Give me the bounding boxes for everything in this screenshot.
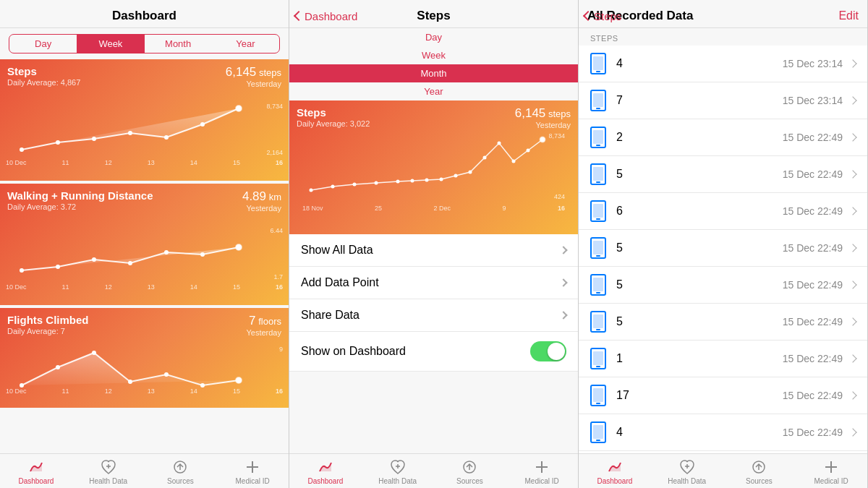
svg-point-11 bbox=[92, 257, 96, 262]
steps-card: Steps Daily Average: 4,867 6,145 steps Y… bbox=[0, 59, 289, 181]
p3-tab-health[interactable]: Health Data bbox=[651, 458, 723, 485]
data-row-2[interactable]: 2 15 Dec 22:49 bbox=[579, 119, 867, 156]
walking-x3: 13 bbox=[148, 283, 155, 291]
add-data-point-item[interactable]: Add Data Point bbox=[289, 267, 578, 299]
tab-sources[interactable]: Sources bbox=[145, 458, 217, 485]
back-steps-label: Steps bbox=[594, 10, 621, 22]
show-dashboard-label: Show on Dashboard bbox=[301, 345, 406, 358]
phone-icon-3 bbox=[590, 163, 606, 185]
svg-point-6 bbox=[200, 122, 205, 127]
steps2-x1: 25 bbox=[375, 205, 382, 212]
data-row-10[interactable]: 4 15 Dec 22:49 bbox=[579, 414, 867, 451]
steps-x6: 16 bbox=[276, 159, 283, 166]
tab-health-data[interactable]: Health Data bbox=[72, 458, 145, 485]
svg-point-21 bbox=[164, 372, 169, 377]
steps-x2: 12 bbox=[105, 159, 112, 166]
svg-point-20 bbox=[128, 380, 132, 384]
flights-title: Flights Climbed bbox=[7, 314, 89, 326]
tab-sources-label: Sources bbox=[167, 477, 194, 485]
back-to-steps[interactable]: Steps bbox=[584, 10, 621, 22]
svg-point-19 bbox=[92, 351, 96, 355]
data-val-4: 6 bbox=[616, 205, 783, 218]
p3-tab-dashboard[interactable]: Dashboard bbox=[579, 458, 651, 485]
steps-seg-year[interactable]: Year bbox=[289, 82, 578, 100]
data-row-6[interactable]: 5 15 Dec 22:49 bbox=[579, 267, 867, 304]
edit-button[interactable]: Edit bbox=[838, 9, 859, 22]
svg-point-34 bbox=[411, 179, 414, 183]
data-val-2: 2 bbox=[616, 131, 783, 144]
data-row-7[interactable]: 5 15 Dec 22:49 bbox=[579, 304, 867, 341]
data-val-7: 5 bbox=[616, 315, 783, 328]
flights-sub-right: Yesterday bbox=[246, 328, 281, 337]
seg-day[interactable]: Day bbox=[9, 35, 77, 53]
recorded-header: Steps All Recorded Data Edit bbox=[579, 0, 867, 28]
seg-year[interactable]: Year bbox=[212, 35, 279, 53]
data-val-6: 5 bbox=[616, 278, 783, 291]
steps-seg-day[interactable]: Day bbox=[289, 28, 578, 46]
phone-icon-8 bbox=[590, 348, 606, 369]
data-val-0: 4 bbox=[616, 57, 783, 70]
steps-menu: Show All Data Add Data Point Share Data … bbox=[289, 234, 578, 372]
p2-tab-dashboard[interactable]: Dashboard bbox=[289, 458, 362, 485]
flights-x6: 16 bbox=[276, 388, 283, 395]
tab-dashboard[interactable]: Dashboard bbox=[0, 458, 72, 485]
p3-tab-medical-label: Medical ID bbox=[814, 477, 848, 485]
data-time-7: 15 Dec 22:49 bbox=[783, 316, 843, 328]
svg-point-29 bbox=[310, 189, 313, 192]
walking-x1: 11 bbox=[62, 283, 69, 291]
phone-icon-6 bbox=[590, 274, 606, 296]
seg-month[interactable]: Month bbox=[145, 35, 212, 53]
svg-point-7 bbox=[236, 106, 242, 111]
svg-point-39 bbox=[483, 156, 487, 160]
data-row-8[interactable]: 1 15 Dec 22:49 bbox=[579, 341, 867, 377]
tab-medical[interactable]: Medical ID bbox=[216, 458, 289, 485]
svg-point-13 bbox=[164, 250, 169, 254]
back-to-dashboard[interactable]: Dashboard bbox=[295, 10, 357, 22]
panel3-tab-bar: Dashboard Health Data Sources Medical ID bbox=[579, 453, 867, 488]
phone-icon-4 bbox=[590, 200, 606, 222]
show-all-chevron-icon bbox=[559, 246, 567, 254]
phone-icon-10 bbox=[590, 421, 606, 443]
p2-tab-medical[interactable]: Medical ID bbox=[506, 458, 578, 485]
row-chevron-9 bbox=[848, 391, 856, 399]
p3-tab-medical[interactable]: Medical ID bbox=[795, 458, 867, 485]
svg-point-15 bbox=[236, 244, 242, 250]
data-time-2: 15 Dec 22:49 bbox=[783, 132, 843, 143]
steps-sub-right: Yesterday bbox=[226, 80, 281, 88]
data-time-4: 15 Dec 22:49 bbox=[783, 205, 843, 217]
svg-point-3 bbox=[92, 137, 96, 141]
walking-x5: 15 bbox=[233, 283, 240, 291]
share-data-item[interactable]: Share Data bbox=[289, 299, 578, 332]
show-on-dashboard-item[interactable]: Show on Dashboard bbox=[289, 332, 578, 372]
row-chevron-1 bbox=[848, 96, 856, 104]
data-row-3[interactable]: 5 15 Dec 22:49 bbox=[579, 156, 867, 193]
p3-tab-sources[interactable]: Sources bbox=[723, 458, 796, 485]
walking-value: 4.89 bbox=[242, 189, 266, 203]
steps-detail-sub-right: Yesterday bbox=[515, 121, 571, 129]
data-row-5[interactable]: 5 15 Dec 22:49 bbox=[579, 230, 867, 267]
row-chevron-4 bbox=[848, 207, 856, 215]
panel2-tab-bar: Dashboard Health Data Sources Medical ID bbox=[289, 453, 578, 488]
walking-unit: km bbox=[269, 192, 281, 202]
data-row-4[interactable]: 6 15 Dec 22:49 bbox=[579, 193, 867, 230]
data-row-9[interactable]: 17 15 Dec 22:49 bbox=[579, 377, 867, 414]
data-time-3: 15 Dec 22:49 bbox=[783, 168, 843, 180]
svg-point-10 bbox=[56, 265, 60, 269]
svg-point-4 bbox=[128, 131, 132, 135]
svg-point-31 bbox=[353, 183, 357, 187]
data-row-1[interactable]: 7 15 Dec 23:14 bbox=[579, 82, 867, 119]
data-val-3: 5 bbox=[616, 168, 783, 181]
steps-seg-week[interactable]: Week bbox=[289, 46, 578, 64]
p2-tab-sources[interactable]: Sources bbox=[434, 458, 506, 485]
steps-seg-month[interactable]: Month bbox=[289, 64, 578, 82]
dashboard-segment-control: Day Week Month Year bbox=[9, 34, 280, 53]
dashboard-toggle[interactable] bbox=[530, 341, 566, 361]
steps-detail-y-top: 8,734 bbox=[548, 132, 565, 140]
steps-x0: 10 Dec bbox=[6, 159, 27, 166]
data-row-0[interactable]: 4 15 Dec 23:14 bbox=[579, 46, 867, 82]
p3-tab-dashboard-label: Dashboard bbox=[597, 477, 632, 485]
show-all-data-item[interactable]: Show All Data bbox=[289, 234, 578, 267]
p2-tab-health[interactable]: Health Data bbox=[362, 458, 434, 485]
walking-y-bottom: 1.7 bbox=[273, 273, 283, 281]
seg-week[interactable]: Week bbox=[77, 35, 144, 53]
